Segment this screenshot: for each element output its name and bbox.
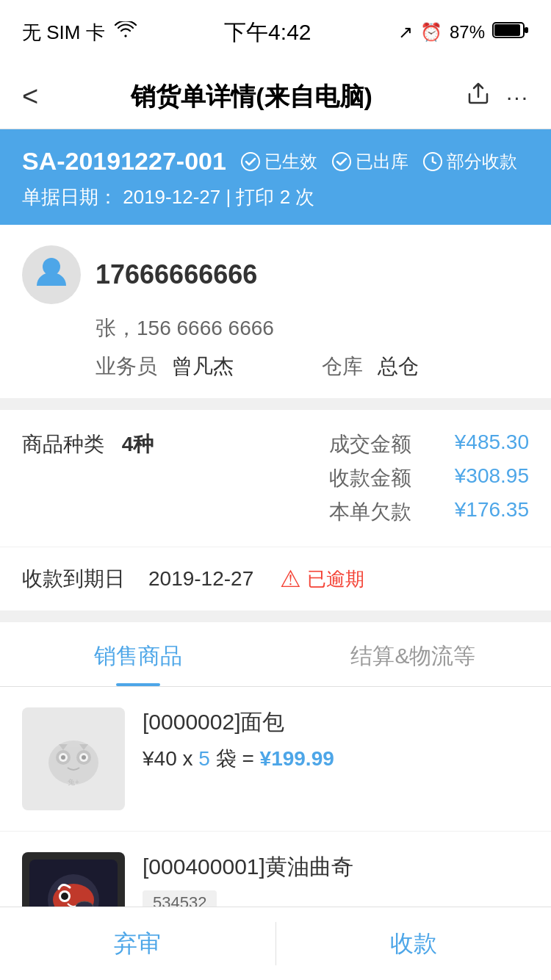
nav-bar: < 销货单详情(来自电脑) ··· [0,65,551,129]
due-date-section: 收款到期日 2019-12-27 ⚠ 已逾期 [0,547,551,610]
debt-label: 本单欠款 [329,498,411,526]
order-id: SA-20191227-001 [22,147,226,176]
category-count: 4种 [122,433,154,455]
summary-received-row: 收款金额 ¥308.95 [329,464,529,492]
avatar [22,245,81,304]
tab-billing-logistics[interactable]: 结算&物流等 [276,622,551,686]
overdue-badge: ⚠ 已逾期 [280,565,364,593]
warehouse-label: 仓库 [322,355,363,378]
product-price-1: ¥40 x 5 袋 = ¥199.99 [143,745,529,773]
sales-info: 业务员 曾凡杰 [96,353,234,381]
svg-point-4 [333,153,350,170]
svg-point-12 [61,755,65,760]
status-time: 下午4:42 [224,18,311,48]
customer-meta: 业务员 曾凡杰 仓库 总仓 [96,353,529,381]
received-label: 收款金额 [329,464,411,492]
summary-right: 成交金额 ¥485.30 收款金额 ¥308.95 本单欠款 ¥176.35 [329,430,529,526]
svg-point-19 [61,893,68,900]
status-right: ↗ ⏰ 87% [398,21,529,44]
alarm-icon: ⏰ [420,22,442,43]
date-label: 单据日期： [22,186,118,208]
svg-rect-2 [525,27,528,33]
product-name-1: [0000002]面包 [143,707,529,738]
divider-1 [0,398,551,410]
status-effective: 已生效 [241,150,317,173]
amount-value: ¥485.30 [426,430,529,458]
customer-name: 17666666666 [96,259,257,290]
received-value: ¥308.95 [426,464,529,492]
warehouse-name: 总仓 [378,355,419,378]
amount-label: 成交金额 [329,430,411,458]
sales-name: 曾凡杰 [172,355,234,378]
due-date-value: 2019-12-27 [148,567,253,591]
share-icon[interactable] [465,81,491,112]
svg-point-13 [82,755,86,760]
user-icon [32,252,71,298]
summary-amount-row: 成交金额 ¥485.30 [329,430,529,458]
svg-point-3 [242,153,259,170]
order-header: SA-20191227-001 已生效 已出库 部分收款 单据日期： 2019-… [0,129,551,225]
status-left: 无 SIM 卡 [22,20,137,46]
status-partial-payment: 部分收款 [423,150,517,173]
battery-icon [492,21,529,44]
list-item: 兔+ [0000002]面包 ¥40 x 5 袋 = ¥199.99 [0,687,551,832]
summary-section: 商品种类 4种 成交金额 ¥485.30 收款金额 ¥308.95 本单欠款 ¥… [0,410,551,547]
product-name-2: [000400001]黄油曲奇 [143,852,529,882]
carrier-text: 无 SIM 卡 [22,20,105,46]
order-header-row1: SA-20191227-001 已生效 已出库 部分收款 [22,147,529,176]
back-button[interactable]: < [22,81,38,112]
category-label: 商品种类 4种 [22,430,154,458]
customer-row: 17666666666 [22,245,529,304]
sales-label: 业务员 [96,355,157,378]
customer-section: 17666666666 张，156 6666 6666 业务员 曾凡杰 仓库 总… [0,225,551,398]
page-title: 销货单详情(来自电脑) [131,80,372,114]
more-icon[interactable]: ··· [506,84,529,109]
order-date-info: 单据日期： 2019-12-27 | 打印 2 次 [22,184,529,210]
due-date-label: 收款到期日 [22,565,125,593]
tab-divider [0,610,551,622]
location-icon: ↗ [398,22,413,43]
warehouse-info: 仓库 总仓 [322,353,419,381]
status-shipped: 已出库 [332,150,408,173]
debt-value: ¥176.35 [426,498,529,526]
wifi-icon [114,21,137,44]
cancel-button[interactable]: 弃审 [0,907,276,980]
overdue-icon: ⚠ [280,565,301,593]
confirm-payment-button[interactable]: 收款 [276,907,552,980]
summary-left: 商品种类 4种 [22,430,154,526]
tab-bar: 销售商品 结算&物流等 [0,622,551,687]
bottom-bar: 弃审 收款 [0,907,551,980]
svg-rect-1 [494,24,520,36]
product-info-1: [0000002]面包 ¥40 x 5 袋 = ¥199.99 [143,707,529,810]
print-info: | 打印 2 次 [226,186,314,208]
summary-debt-row: 本单欠款 ¥176.35 [329,498,529,526]
nav-actions: ··· [465,81,529,112]
battery-text: 87% [450,22,485,43]
svg-text:兔+: 兔+ [68,778,79,786]
status-bar: 无 SIM 卡 下午4:42 ↗ ⏰ 87% [0,0,551,65]
tab-sales-products[interactable]: 销售商品 [0,622,276,686]
order-date: 2019-12-27 [123,186,220,208]
customer-contact: 张，156 6666 6666 [96,314,529,342]
product-image-1: 兔+ [22,707,125,810]
overdue-text: 已逾期 [307,566,364,592]
